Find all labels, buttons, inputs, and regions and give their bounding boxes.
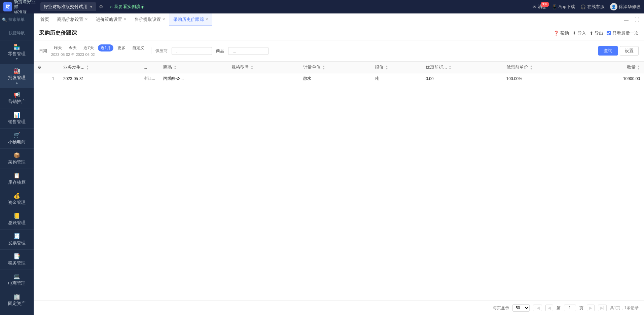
per-page-select[interactable]: 10 20 50 100 (512, 304, 530, 312)
only-last-checkbox[interactable] (607, 31, 611, 35)
sort-icon: ▲▼ (530, 65, 533, 70)
goods-select[interactable]: ... (228, 47, 269, 55)
col-biz-date[interactable]: 业务发生... ▲▼ (59, 62, 140, 73)
prev-page-btn[interactable]: ◀ (545, 305, 553, 311)
wholesale-icon: 🏭 (13, 68, 20, 74)
sidebar-item-sales[interactable]: 📊 销售管理 (0, 108, 34, 129)
page-title: 采购历史价跟踪 (39, 30, 77, 37)
demo-link[interactable]: ○ 我要看实例演示 (110, 4, 145, 10)
tabs-bar-right: — ⛶ (622, 16, 641, 23)
data-table: ⚙ 业务发生... ▲▼ ... 商品 ▲▼ 规格型号 (34, 62, 644, 84)
date-opt-today[interactable]: 今天 (66, 44, 79, 51)
sidebar-item-hr[interactable]: 💵 工资 (0, 310, 34, 315)
only-last-checkbox-group: 只看最后一次 (607, 30, 639, 36)
sidebar-item-ecom[interactable]: 💻 电商管理 (0, 270, 34, 290)
row-discount: 100.00% (502, 73, 584, 84)
tab-close-price[interactable]: ✕ (85, 17, 88, 22)
tab-sale-price[interactable]: 售价提取设置 ✕ (131, 13, 169, 26)
goods-label: 商品 (216, 48, 224, 54)
sidebar: 🔍 搜索菜单 快捷导航 🏪 零售管理 ▼ 🏭 批发管理 ▲ 📢 营销推广 📊 销… (0, 13, 34, 315)
last-page-btn[interactable]: ▶| (598, 305, 607, 311)
page-actions: ❓ 帮助 ⬇ 导入 ⬆ 导出 只看最后一次 (553, 30, 639, 36)
tab-close-sale-price[interactable]: ✕ (162, 17, 165, 22)
row-uom: 吨 (371, 73, 422, 84)
tab-maximize-btn[interactable]: ⛶ (633, 16, 641, 23)
table-header-row: ⚙ 业务发生... ▲▼ ... 商品 ▲▼ 规格型号 (34, 62, 644, 73)
filter-row: 日期 昨天 今天 近7天 近1月 更多 自定义 2023-05-02 至 202… (39, 44, 639, 57)
date-opt-more[interactable]: 更多 (115, 44, 128, 51)
app-download-btn[interactable]: 📱 App下载 (552, 4, 575, 10)
sidebar-search[interactable]: 🔍 搜索菜单 (0, 13, 34, 26)
col-discount[interactable]: 优惠前折... ▲▼ (422, 62, 502, 73)
col-spec[interactable]: 规格型号 ▲▼ (227, 62, 299, 73)
product-selector[interactable]: 好业财标准版交付试用 ▼ (40, 2, 96, 11)
sidebar-item-finance[interactable]: 💰 资金管理 (0, 189, 34, 209)
quick-nav[interactable]: 快捷导航 (0, 26, 34, 40)
sort-icon: ▲▼ (637, 65, 640, 70)
hr-icon: 💵 (13, 314, 20, 315)
sidebar-item-ledger[interactable]: 📒 总账管理 (0, 209, 34, 230)
tab-price[interactable]: 商品价格设置 ✕ (53, 13, 92, 26)
date-opt-last1m[interactable]: 近1月 (98, 44, 114, 51)
settings-icon[interactable]: ⚙ (99, 4, 103, 9)
retail-icon: 🏪 (13, 44, 20, 50)
settings-button[interactable]: 设置 (620, 46, 639, 56)
row-quote: 0.00 (422, 73, 502, 84)
tab-close-history-price[interactable]: ✕ (205, 17, 208, 22)
page-input[interactable] (564, 305, 576, 311)
sidebar-item-inventory[interactable]: 📋 库存核算 (0, 169, 34, 189)
finance-icon: 💰 (13, 193, 20, 199)
tab-minimize-btn[interactable]: — (622, 16, 631, 23)
message-btn[interactable]: ✉ 消息 99+ (533, 4, 546, 10)
tab-home[interactable]: 首页 (36, 13, 53, 26)
user-menu[interactable]: 👤 徐泽华修改 (610, 3, 641, 10)
row-gear[interactable] (34, 73, 47, 84)
row-pre-discount-price: 10900.00 (584, 73, 644, 84)
import-btn[interactable]: ⬇ 导入 (572, 30, 586, 36)
col-quantity[interactable]: 数量 ▲▼ (584, 62, 644, 73)
col-gear[interactable]: ⚙ (34, 62, 47, 73)
filter-bar: 日期 昨天 今天 近7天 近1月 更多 自定义 2023-05-02 至 202… (34, 40, 644, 62)
main-layout: 🔍 搜索菜单 快捷导航 🏪 零售管理 ▼ 🏭 批发管理 ▲ 📢 营销推广 📊 销… (0, 13, 644, 315)
import-icon: ⬇ (572, 31, 576, 36)
supplier-select[interactable]: ... (172, 47, 212, 55)
col-unit[interactable]: 计量单位 ▲▼ (299, 62, 371, 73)
pagination-bar: 每页显示 10 20 50 100 |◀ ◀ 第 页 ▶ ▶| 共1页，1条记录 (34, 301, 644, 315)
date-opt-custom[interactable]: 自定义 (130, 44, 147, 51)
date-options-row: 昨天 今天 近7天 近1月 更多 自定义 (51, 44, 147, 51)
logo-text: 畅捷通好业财 标准版 (14, 0, 37, 14)
sidebar-item-purchase[interactable]: 📦 采购管理 (0, 149, 34, 169)
col-quote[interactable]: 报价 ▲▼ (371, 62, 422, 73)
sidebar-item-ecom-small[interactable]: 🛒 小畅电商 (0, 129, 34, 149)
query-button[interactable]: 查询 (598, 46, 618, 56)
tab-close-purchase-strategy[interactable]: ✕ (123, 17, 127, 22)
col-goods[interactable]: 商品 ▲▼ (159, 62, 227, 73)
next-page-btn[interactable]: ▶ (587, 305, 595, 311)
sidebar-item-label: 销售管理 (8, 119, 26, 125)
date-opt-yesterday[interactable]: 昨天 (51, 44, 65, 51)
sidebar-item-marketing[interactable]: 📢 营销推广 (0, 88, 34, 108)
sidebar-item-tax[interactable]: 📑 税务管理 (0, 250, 34, 270)
supplier-label: 供应商 (155, 48, 168, 54)
first-page-btn[interactable]: |◀ (533, 305, 542, 311)
sidebar-item-label: 零售管理 (8, 51, 26, 57)
tab-history-price[interactable]: 采购历史价跟踪 ✕ (169, 13, 212, 26)
table-container: ⚙ 业务发生... ▲▼ ... 商品 ▲▼ 规格型号 (34, 62, 644, 301)
sidebar-item-retail[interactable]: 🏪 零售管理 ▼ (0, 40, 34, 64)
sidebar-item-wholesale[interactable]: 🏭 批发管理 ▲ (0, 64, 34, 88)
tab-purchase-strategy[interactable]: 进价策略设置 ✕ (92, 13, 131, 26)
topbar-right: ✉ 消息 99+ 📱 App下载 🎧 在线客服 👤 徐泽华修改 (533, 3, 641, 10)
help-btn[interactable]: ❓ 帮助 (553, 30, 569, 36)
sidebar-item-label: 资金管理 (8, 200, 26, 206)
export-btn[interactable]: ⬆ 导出 (589, 30, 603, 36)
row-dots[interactable]: 浙江... (140, 73, 159, 84)
sidebar-item-assets[interactable]: 🏢 固定资产 (0, 290, 34, 310)
col-pre-discount-price[interactable]: 优惠前单价 ▲▼ (502, 62, 584, 73)
table-row: 1 2023-05-31 浙江... 丙烯酸-2-... 散水 吨 0.00 1… (34, 73, 644, 84)
col-dots[interactable]: ... (140, 62, 159, 73)
date-opt-last7[interactable]: 近7天 (81, 44, 97, 51)
row-biz-date: 2023-05-31 (59, 73, 140, 84)
sidebar-item-invoice[interactable]: 🧾 发票管理 (0, 230, 34, 250)
row-unit: 散水 (299, 73, 371, 84)
online-service-btn[interactable]: 🎧 在线客服 (580, 4, 605, 10)
